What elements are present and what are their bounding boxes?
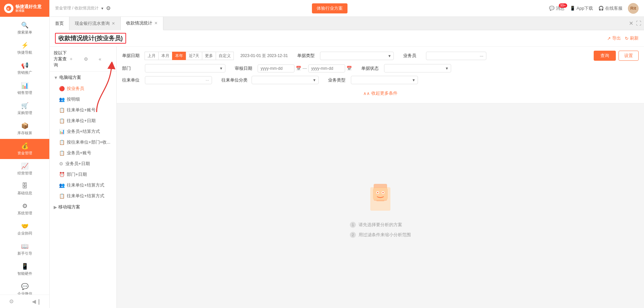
app-version: 标准版 (15, 9, 42, 13)
sidebar-item-inventory[interactable]: 📦 库存核算 (0, 119, 49, 139)
date-tab-thisyear[interactable]: 本年 (172, 52, 186, 60)
sidebar-item-marketing[interactable]: 📢 营销推广 (0, 58, 49, 79)
settings-bottom-icon[interactable]: ⚙ (9, 298, 14, 305)
sidebar-item-search[interactable]: 🔍 搜索菜单 (0, 18, 49, 38)
collapse-sidebar-icon[interactable]: ◀ ‖ (32, 298, 40, 305)
system-icon: ⚙ (22, 202, 28, 210)
scheme-cd-icon: 📋 (59, 118, 65, 123)
message-btn[interactable]: 💬 消息 99+ (549, 5, 565, 11)
logo-icon: 6 (4, 4, 13, 13)
scheme-group-mobile-title[interactable]: ▶ 移动端方案 (50, 201, 116, 213)
app-download-btn[interactable]: 📱 App下载 (570, 5, 593, 11)
counterpart-select[interactable]: ··· (145, 76, 212, 84)
sidebar-item-purchase[interactable]: 🛒 采购管理 (0, 99, 49, 119)
voucher-type-select[interactable]: ▾ (320, 52, 394, 60)
scheme-settings-btn[interactable]: ⚙ (84, 56, 98, 62)
sidebar-item-newguide[interactable]: 📖 新手引导 (0, 239, 49, 259)
export-btn[interactable]: ↗ 导出 (607, 35, 621, 41)
refresh-btn[interactable]: ↻ 刷新 (625, 35, 639, 41)
basicinfo-icon: 🗄 (22, 183, 28, 190)
audit-date-end-calendar-icon[interactable]: 📅 (346, 66, 352, 71)
sidebar-item-quicknav[interactable]: ⚡ 快捷导航 (0, 38, 49, 58)
audit-date-label: 审核日期 (235, 65, 254, 71)
dept-select[interactable]: ▾ (145, 64, 225, 72)
marketing-icon: 📢 (21, 62, 29, 69)
scheme-group-mobile: ▶ 移动端方案 (50, 201, 116, 213)
sales-icon: 📊 (21, 82, 29, 89)
app-name: 畅捷通好生意 (15, 4, 42, 9)
collapse-label: 收起更多条件 (371, 90, 397, 96)
sidebar-item-wechat[interactable]: 💬 企业微信 (0, 279, 49, 295)
audit-date-start[interactable] (258, 64, 294, 72)
scheme-group-desktop-label: 电脑端方案 (59, 74, 81, 81)
scheme-item-counterpart-settle1-label: 往来单位+结算方式 (67, 182, 104, 188)
collab-icon: 🤝 (21, 222, 29, 230)
newguide-icon: 📖 (21, 243, 29, 250)
breadcrumb-dropdown[interactable]: ▾ (101, 6, 103, 11)
counterpart-class-select[interactable]: ▾ (252, 76, 319, 84)
scheme-add-btn[interactable]: ＋ (69, 56, 83, 62)
service-label: 在线客服 (605, 5, 623, 11)
date-tab-thismonth[interactable]: 本月 (158, 52, 172, 60)
counterpart-more-icon[interactable]: ··· (206, 78, 209, 83)
tab-expand-icon[interactable]: ⛶ (636, 20, 641, 27)
scheme-collapse-btn[interactable]: « (99, 56, 112, 62)
query-btn[interactable]: 查询 (594, 51, 616, 61)
sidebar-item-hardware[interactable]: 📱 智能硬件 (0, 259, 49, 279)
tab-close-all-icon[interactable]: ✕ (629, 20, 633, 27)
collapse-row: ∧∧ 收起更多条件 (122, 88, 639, 99)
sidebar-item-finance[interactable]: 💰 资金管理 (0, 139, 49, 159)
scheme-group-desktop-title[interactable]: ▼ 电脑端方案 (50, 72, 116, 83)
empty-svg (360, 174, 400, 214)
date-tab-7days[interactable]: 近7天 (186, 52, 202, 60)
scheme-item-counterpart-settle1[interactable]: 👥 往来单位+结算方式 (50, 180, 116, 191)
voucher-status-select[interactable]: ▾ (384, 64, 451, 72)
scheme-item-dept-date-label: 部门+日期 (67, 171, 87, 177)
date-tab-more[interactable]: 更多 (202, 52, 216, 60)
tab-receipt-stat-close[interactable]: ✕ (154, 21, 158, 25)
scheme-item-salesperson-settle[interactable]: 📊 业务员+结算方式 (50, 126, 116, 137)
date-tab-custom[interactable]: 自定义 (216, 52, 234, 60)
sidebar-item-basicinfo-label: 基础信息 (17, 191, 32, 196)
date-tab-lastmonth[interactable]: 上月 (145, 52, 159, 60)
tab-bank-flow-close[interactable]: ✕ (112, 21, 115, 26)
audit-date-end[interactable] (308, 64, 345, 72)
topbar-gear-icon[interactable]: ⚙ (106, 5, 111, 11)
scheme-item-bysalesperson-label: 按业务员 (67, 86, 84, 92)
dept-label: 部门 (122, 65, 141, 71)
setting-btn[interactable]: 设置 (619, 51, 639, 61)
sidebar-item-system[interactable]: ⚙ 系统管理 (0, 199, 49, 219)
sidebar-item-operation[interactable]: 📈 经营管理 (0, 159, 49, 179)
scheme-item-salesperson-account[interactable]: 📋 业务员+账号 (50, 148, 116, 158)
scheme-item-counterpart-account[interactable]: 📋 往来单位+账号 (50, 105, 116, 115)
online-service-btn[interactable]: 🎧 在线客服 (598, 5, 623, 11)
scheme-item-bysalesperson[interactable]: 🔴 按业务员 (50, 83, 116, 94)
sidebar-item-collab[interactable]: 🤝 企业协同 (0, 219, 49, 239)
scheme-item-counterpart-date[interactable]: 📋 往来单位+日期 (50, 115, 116, 126)
sidebar-item-collab-label: 企业协同 (17, 231, 32, 236)
scheme-group-desktop: ▼ 电脑端方案 🔴 按业务员 👥 按明细 📋 往来单位+账号 (50, 72, 116, 201)
counterpart-class-label: 往来单位分类 (221, 77, 248, 83)
scheme-item-salesperson-date[interactable]: ⚙ 业务员+日期 (50, 158, 116, 169)
user-avatar[interactable]: Rit (628, 3, 639, 14)
sidebar-item-basicinfo[interactable]: 🗄 基础信息 (0, 179, 49, 199)
topbar: 资金管理 / 收款情况统计 ▾ ⚙ 体验行业方案 💬 消息 99+ 📱 App下… (50, 0, 644, 17)
salesperson-more-icon: ··· (480, 53, 483, 58)
salesperson-select[interactable]: ··· (426, 52, 486, 60)
scheme-item-counterpart-settle2[interactable]: 📋 往来单位+结算方式 (50, 191, 116, 201)
sidebar-item-sales[interactable]: 📊 销售管理 (0, 79, 49, 99)
trial-btn[interactable]: 体验行业方案 (312, 3, 347, 13)
tab-receipt-stat[interactable]: 收款情况统计 ✕ (121, 17, 163, 30)
collapse-more-btn[interactable]: ∧∧ 收起更多条件 (361, 88, 400, 99)
scheme-group-mobile-label: 移动端方案 (58, 204, 80, 210)
biz-type-select[interactable]: ▾ (351, 76, 418, 84)
scheme-item-dept-date[interactable]: ⏰ 部门+日期 (50, 169, 116, 180)
tab-home[interactable]: 首页 (50, 17, 69, 30)
scheme-item-counterpart-dept[interactable]: 📋 按往来单位+部门+收... (50, 137, 116, 148)
audit-date-start-calendar-icon[interactable]: 📅 (296, 66, 301, 71)
app-label: App下载 (577, 5, 593, 11)
tabbar-right: ✕ ⛶ (629, 20, 644, 27)
tab-bank-flow[interactable]: 现金银行流水查询 ✕ (69, 17, 121, 30)
sidebar-nav: 🔍 搜索菜单 ⚡ 快捷导航 📢 营销推广 📊 销售管理 🛒 采购管理 📦 库存核… (0, 17, 49, 295)
scheme-item-bydetail[interactable]: 👥 按明细 (50, 94, 116, 105)
